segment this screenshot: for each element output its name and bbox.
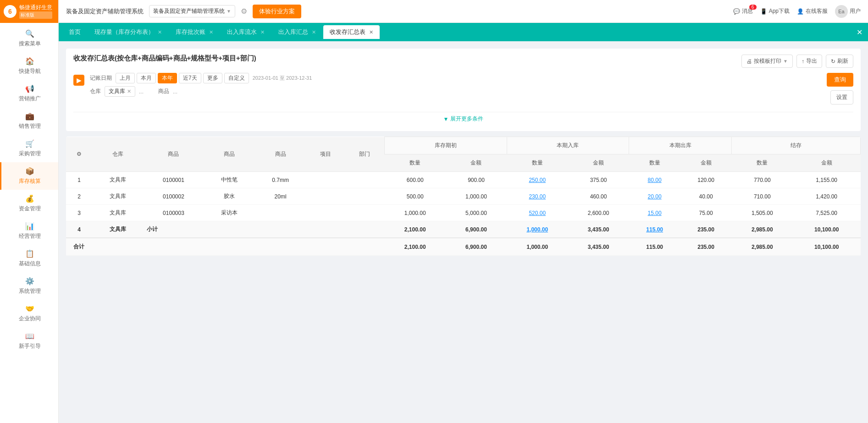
header-right: 💬 消息 6 📱 App下载 👤 在线客服 Ea 用户 bbox=[733, 5, 861, 18]
date-btn-上月[interactable]: 上月 bbox=[116, 73, 135, 83]
sidebar-item-系统管理[interactable]: ⚙️系统管理 bbox=[0, 272, 58, 300]
out-amt: 120.00 bbox=[680, 172, 732, 188]
in-qty[interactable]: 230.00 bbox=[507, 188, 568, 205]
sidebar-label-3: 销售管理 bbox=[19, 122, 41, 130]
goods-more[interactable]: ... bbox=[173, 88, 177, 95]
print-button[interactable]: 🖨 按模板打印 ▼ bbox=[741, 55, 793, 68]
tab-close-icon-3[interactable]: ✕ bbox=[260, 29, 265, 35]
tab-1[interactable]: 现存量（库存分布表）✕ bbox=[88, 25, 168, 39]
table-row: 1 文具库 0100001 中性笔 0.7mm 600.00 900.00 25… bbox=[66, 172, 861, 188]
date-btn-自定义[interactable]: 自定义 bbox=[224, 73, 249, 83]
expand-more-button[interactable]: ▼ 展开更多条件 bbox=[73, 112, 853, 126]
warehouse-more[interactable]: ... bbox=[139, 88, 144, 95]
tab-label-5: 收发存汇总表 bbox=[330, 28, 365, 36]
online-service-action[interactable]: 👤 在线客服 bbox=[797, 7, 828, 15]
out-qty[interactable]: 20.00 bbox=[629, 188, 680, 205]
tab-close-icon-1[interactable]: ✕ bbox=[158, 29, 162, 35]
gear-icon[interactable]: ⚙ bbox=[241, 7, 247, 16]
experience-button[interactable]: 体验行业方案 bbox=[253, 5, 301, 18]
sidebar-nav: 🔍搜索菜单🏠快捷导航📢营销推广💼销售管理🛒采购管理📦库存核算💰资金管理📊经营管理… bbox=[0, 23, 58, 423]
avatar: Ea bbox=[835, 5, 848, 18]
total-label: 合计 bbox=[66, 238, 385, 256]
sub-in-qty[interactable]: 1,000.00 bbox=[507, 221, 568, 238]
out-qty[interactable]: 80.00 bbox=[629, 172, 680, 188]
tab-0[interactable]: 首页 bbox=[62, 25, 87, 39]
sidebar-item-企业协同[interactable]: 🤝企业协同 bbox=[0, 300, 58, 327]
in-amt: 2,600.00 bbox=[568, 205, 629, 221]
sidebar-label-4: 采购管理 bbox=[19, 150, 41, 158]
col-settings[interactable]: ⚙ bbox=[66, 137, 92, 172]
logo-badge: 标准版 bbox=[19, 11, 52, 19]
date-btn-更多[interactable]: 更多 bbox=[203, 73, 222, 83]
sidebar-item-采购管理[interactable]: 🛒采购管理 bbox=[0, 135, 58, 162]
tab-close-icon-4[interactable]: ✕ bbox=[312, 29, 316, 35]
sub-bal-qty: 2,985.00 bbox=[732, 221, 793, 238]
in-amt: 460.00 bbox=[568, 188, 629, 205]
page-title: 收发存汇总表(按仓库+商品编码+商品+规格型号+项目+部门) bbox=[73, 54, 256, 63]
query-area: 查询 设置 bbox=[827, 73, 853, 104]
warehouse-tag[interactable]: 文具库 ✕ bbox=[105, 86, 135, 97]
sidebar-item-库存核算[interactable]: 📦库存核算 bbox=[0, 162, 58, 190]
sidebar-icon-0: 🔍 bbox=[25, 29, 34, 38]
date-btn-本年[interactable]: 本年 bbox=[158, 73, 177, 83]
tab-bar: 首页现存量（库存分布表）✕库存批次账✕出入库流水✕出入库汇总✕收发存汇总表✕✕ bbox=[59, 23, 868, 41]
sub-in-amt: 3,435.00 bbox=[568, 221, 629, 238]
tab-5[interactable]: 收发存汇总表✕ bbox=[323, 25, 380, 39]
open-qty: 500.00 bbox=[385, 188, 446, 205]
in-qty[interactable]: 520.00 bbox=[507, 205, 568, 221]
open-amt: 5,000.00 bbox=[446, 205, 507, 221]
tab-2[interactable]: 库存批次账✕ bbox=[169, 25, 220, 39]
sidebar-item-资金管理[interactable]: 💰资金管理 bbox=[0, 190, 58, 217]
project bbox=[306, 205, 345, 221]
settings-icon: ⚙ bbox=[77, 151, 82, 157]
export-button[interactable]: ↑ 导出 bbox=[796, 55, 822, 68]
system-select[interactable]: 装备及固定资产辅助管理系统 ▼ bbox=[149, 5, 235, 17]
sidebar-item-营销推广[interactable]: 📢营销推广 bbox=[0, 80, 58, 107]
out-qty[interactable]: 15.00 bbox=[629, 205, 680, 221]
query-button[interactable]: 查询 bbox=[827, 73, 853, 87]
tab-close-icon-5[interactable]: ✕ bbox=[369, 29, 373, 35]
filter-toggle-button[interactable]: ▶ bbox=[73, 75, 84, 86]
user-action[interactable]: Ea 用户 bbox=[835, 5, 861, 18]
sidebar-icon-9: ⚙️ bbox=[25, 277, 34, 286]
tab-label-1: 现存量（库存分布表） bbox=[94, 28, 154, 36]
logo-text: 畅捷通好生意 bbox=[19, 4, 52, 11]
sidebar-label-2: 营销推广 bbox=[19, 95, 41, 103]
tab-close-icon-2[interactable]: ✕ bbox=[209, 29, 213, 35]
refresh-button[interactable]: ↻ 刷新 bbox=[826, 55, 853, 68]
group-in-header: 本期入库 bbox=[507, 137, 629, 154]
date-btn-近7天[interactable]: 近7天 bbox=[179, 73, 201, 83]
col-project-header: 项目 bbox=[306, 137, 345, 172]
app-download-action[interactable]: 📱 App下载 bbox=[760, 7, 790, 15]
group-opening-header: 库存期初 bbox=[385, 137, 507, 154]
in-qty[interactable]: 250.00 bbox=[507, 172, 568, 188]
tab-4[interactable]: 出入库汇总✕ bbox=[272, 25, 322, 39]
export-icon: ↑ bbox=[802, 58, 804, 65]
warehouse: 文具库 bbox=[92, 172, 143, 188]
date-btn-本月[interactable]: 本月 bbox=[137, 73, 156, 83]
logo-icon: 6 bbox=[4, 5, 17, 18]
message-icon: 💬 bbox=[733, 8, 740, 15]
dept bbox=[345, 188, 385, 205]
sidebar-item-基础信息[interactable]: 📋基础信息 bbox=[0, 245, 58, 272]
sidebar-item-经营管理[interactable]: 📊经营管理 bbox=[0, 217, 58, 245]
tab-3[interactable]: 出入库流水✕ bbox=[221, 25, 271, 39]
bal-qty: 710.00 bbox=[732, 188, 793, 205]
warehouse-tag-close-icon[interactable]: ✕ bbox=[127, 88, 131, 94]
sidebar-item-快捷导航[interactable]: 🏠快捷导航 bbox=[0, 52, 58, 80]
sub-out-qty[interactable]: 115.00 bbox=[629, 221, 680, 238]
table-row: 3 文具库 0100003 采访本 1,000.00 5,000.00 520.… bbox=[66, 205, 861, 221]
sidebar-item-新手引导[interactable]: 📖新手引导 bbox=[0, 327, 58, 355]
tab-bar-close-icon[interactable]: ✕ bbox=[855, 28, 864, 37]
sidebar-label-5: 库存核算 bbox=[19, 177, 41, 185]
warehouse-filter-row: 仓库 文具库 ✕ ... 商品 ... bbox=[90, 86, 312, 97]
page-content: 收发存汇总表(按仓库+商品编码+商品+规格型号+项目+部门) 🖨 按模板打印 ▼… bbox=[59, 41, 868, 423]
goods-spec bbox=[255, 205, 306, 221]
seq: 3 bbox=[66, 205, 92, 221]
sidebar-label-8: 基础信息 bbox=[19, 260, 41, 268]
message-action[interactable]: 💬 消息 6 bbox=[733, 7, 753, 15]
sidebar-item-搜索菜单[interactable]: 🔍搜索菜单 bbox=[0, 25, 58, 52]
sidebar-item-销售管理[interactable]: 💼销售管理 bbox=[0, 107, 58, 135]
settings-button[interactable]: 设置 bbox=[830, 90, 853, 104]
goods-spec: 0.7mm bbox=[255, 172, 306, 188]
